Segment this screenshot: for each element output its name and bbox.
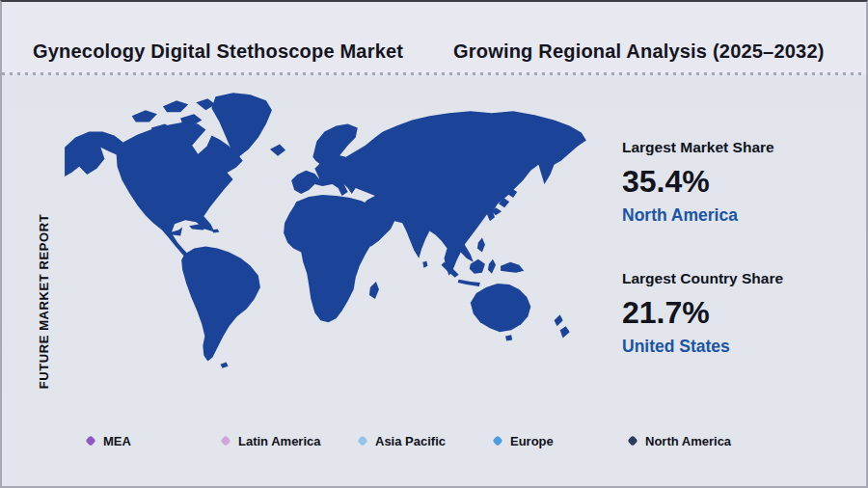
infographic-frame: Gynecology Digital Stethoscope Market Gr… xyxy=(0,0,868,488)
legend-label: MEA xyxy=(103,434,131,448)
world-map-svg xyxy=(58,87,603,393)
stat-largest-country-share: Largest Country Share 21.7% United State… xyxy=(622,270,854,357)
legend-label: North America xyxy=(645,434,731,448)
brand-vertical-label: FUTURE MARKET REPORT xyxy=(37,210,51,393)
world-map xyxy=(58,87,603,393)
legend-label: Europe xyxy=(510,434,554,448)
legend-dot-icon xyxy=(492,435,502,446)
stat-value: 35.4% xyxy=(622,166,854,197)
legend-dot-icon xyxy=(627,435,637,446)
page-subtitle: Growing Regional Analysis (2025–2032) xyxy=(453,41,825,63)
legend-dot-icon xyxy=(220,435,231,446)
legend-item-asia-pacific: Asia Pacific xyxy=(359,430,446,451)
legend-dot-icon xyxy=(357,435,367,446)
dotted-divider xyxy=(2,72,866,75)
stat-label: Largest Market Share xyxy=(622,139,854,156)
stat-largest-market-share: Largest Market Share 35.4% North America xyxy=(622,139,854,226)
stat-label: Largest Country Share xyxy=(622,270,854,287)
stats-panel: Largest Market Share 35.4% North America… xyxy=(622,139,854,401)
stat-region: North America xyxy=(622,205,854,226)
page-title: Gynecology Digital Stethoscope Market xyxy=(33,41,403,63)
legend-label: Asia Pacific xyxy=(375,434,446,448)
legend-item-latin-america: Latin America xyxy=(222,430,321,451)
map-legend: MEA Latin America Asia Pacific Europe No… xyxy=(2,430,868,455)
legend-item-north-america: North America xyxy=(629,430,731,451)
legend-item-europe: Europe xyxy=(494,430,554,451)
legend-item-mea: MEA xyxy=(87,430,131,451)
stat-region: United States xyxy=(622,337,854,357)
legend-label: Latin America xyxy=(238,434,321,448)
stat-value: 21.7% xyxy=(622,297,854,328)
legend-dot-icon xyxy=(85,435,95,446)
